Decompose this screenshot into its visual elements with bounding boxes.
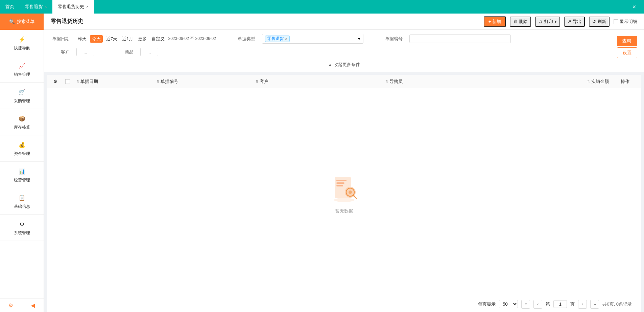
svg-rect-2 bbox=[336, 180, 347, 181]
inventory-icon: 📦 bbox=[17, 114, 27, 123]
per-page-label: 每页显示 bbox=[478, 301, 496, 307]
date-option-yesterday[interactable]: 昨天 bbox=[76, 35, 88, 43]
sort-icon: ⇅ bbox=[385, 80, 388, 83]
print-icon: 🖨 bbox=[539, 19, 543, 24]
last-page-icon: » bbox=[594, 302, 596, 307]
sort-icon: ⇅ bbox=[587, 80, 590, 83]
settings-column-header[interactable]: ⚙ bbox=[49, 79, 62, 84]
sidebar-item-operations[interactable]: 📊 经营管理 bbox=[0, 162, 44, 188]
settings-button[interactable]: 设置 bbox=[617, 47, 637, 58]
empty-state-icon bbox=[327, 170, 361, 204]
type-filter-select[interactable]: 零售退货 × ▾ bbox=[262, 34, 363, 44]
export-button[interactable]: ↗ 导出 bbox=[564, 17, 585, 27]
customer-column-header[interactable]: ⇅ 客户 bbox=[253, 79, 383, 85]
sidebar-item-quick-nav[interactable]: ⚡ 快捷导航 bbox=[0, 30, 44, 56]
new-button[interactable]: + 新增 bbox=[484, 16, 506, 27]
svg-line-7 bbox=[354, 196, 356, 198]
content-area: 零售退货历史 + 新增 🗑 删除 🖨 打印 ▾ ↗ 导出 ↺ bbox=[44, 14, 644, 312]
no-column-header[interactable]: ⇅ 单据编号 bbox=[154, 79, 253, 85]
tab-retail-return-history-label: 零售退货历史 bbox=[58, 4, 84, 10]
select-all-checkbox[interactable] bbox=[65, 79, 70, 84]
sidebar-collapse-button[interactable]: ◀ bbox=[22, 298, 44, 312]
top-bar: 首页 零售退货 × 零售退货历史 × × bbox=[0, 0, 644, 14]
svg-point-8 bbox=[349, 191, 352, 194]
sidebar-item-inventory[interactable]: 📦 库存核算 bbox=[0, 109, 44, 135]
sidebar-gear-button[interactable]: ⚙ bbox=[0, 298, 22, 312]
pagination: 每页显示 50 10 20 100 « ‹ 第 页 › bbox=[49, 296, 639, 312]
sidebar-item-system[interactable]: ⚙ 系统管理 bbox=[0, 215, 44, 241]
date-option-custom[interactable]: 自定义 bbox=[150, 35, 166, 43]
prev-page-icon: ‹ bbox=[537, 302, 539, 307]
tab-retail-return[interactable]: 零售退货 × bbox=[20, 0, 52, 14]
page-title: 零售退货历史 bbox=[51, 18, 83, 25]
window-close-button[interactable]: × bbox=[629, 2, 639, 12]
per-page-select[interactable]: 50 10 20 100 bbox=[499, 300, 518, 308]
show-detail-toggle[interactable]: 显示明细 bbox=[614, 19, 637, 25]
finance-icon: 💰 bbox=[17, 140, 27, 150]
prev-page-button[interactable]: ‹ bbox=[533, 300, 542, 309]
amount-column-header[interactable]: ⇅ 实销金额 bbox=[544, 79, 612, 85]
purchase-icon: 🛒 bbox=[17, 87, 27, 97]
gear-icon: ⚙ bbox=[8, 302, 13, 309]
sidebar-item-finance-label: 资金管理 bbox=[14, 151, 30, 157]
sidebar-bottom: ⚙ ◀ bbox=[0, 298, 44, 312]
date-option-more[interactable]: 更多 bbox=[137, 35, 148, 43]
last-page-button[interactable]: » bbox=[590, 300, 599, 309]
sidebar-item-finance[interactable]: 💰 资金管理 bbox=[0, 135, 44, 162]
date-column-header[interactable]: ⇅ 单据日期 bbox=[74, 79, 154, 85]
type-tag-close[interactable]: × bbox=[285, 37, 287, 41]
date-range-display: 2023-06-02 至 2023-06-02 bbox=[168, 36, 216, 42]
base-info-icon: 📋 bbox=[17, 193, 27, 202]
settings-icon: ⚙ bbox=[53, 79, 57, 84]
filter-row-date: 单据日期 昨天 今天 近7天 近1月 更多 自定义 2023-06-02 至 2… bbox=[51, 34, 637, 44]
goods-filter-input[interactable]: ... bbox=[140, 48, 158, 56]
first-page-button[interactable]: « bbox=[521, 300, 530, 309]
refresh-button[interactable]: ↺ 刷新 bbox=[589, 17, 610, 27]
tab-retail-return-close[interactable]: × bbox=[45, 4, 47, 9]
svg-rect-4 bbox=[336, 185, 343, 186]
empty-state: 暂无数据 bbox=[47, 88, 641, 296]
date-options-group: 昨天 今天 近7天 近1月 更多 自定义 2023-06-02 至 2023-0… bbox=[76, 35, 216, 43]
print-button[interactable]: 🖨 打印 ▾ bbox=[535, 17, 560, 27]
empty-state-text: 暂无数据 bbox=[335, 208, 353, 214]
tab-home[interactable]: 首页 bbox=[0, 0, 20, 14]
search-icon: 🔍 bbox=[9, 19, 15, 24]
sidebar-search-label: 搜索菜单 bbox=[17, 19, 34, 25]
sidebar-search-button[interactable]: 🔍 搜索菜单 bbox=[0, 14, 44, 30]
main-layout: 🔍 搜索菜单 ⚡ 快捷导航 📈 销售管理 🛒 采购管理 📦 库存核算 💰 资金管… bbox=[0, 14, 644, 312]
guide-column-header[interactable]: ⇅ 导购员 bbox=[383, 79, 481, 85]
date-option-7days[interactable]: 近7天 bbox=[105, 35, 119, 43]
float-action-buttons: 查询 设置 bbox=[617, 36, 637, 58]
sales-icon: 📈 bbox=[17, 61, 27, 70]
page-number-input[interactable] bbox=[553, 300, 567, 308]
no-filter-label: 单据编号 bbox=[384, 36, 403, 42]
show-detail-checkbox[interactable] bbox=[614, 19, 618, 24]
sidebar-item-purchase[interactable]: 🛒 采购管理 bbox=[0, 83, 44, 109]
query-button[interactable]: 查询 bbox=[617, 36, 637, 46]
collapse-button[interactable]: ▲ 收起更多条件 bbox=[328, 62, 360, 68]
sidebar-item-sales[interactable]: 📈 销售管理 bbox=[0, 56, 44, 83]
pagination-info: 共0页, 0条记录 bbox=[602, 301, 632, 307]
tab-retail-return-label: 零售退货 bbox=[25, 4, 43, 10]
sidebar-item-base-info-label: 基础信息 bbox=[14, 204, 30, 209]
no-filter-input[interactable] bbox=[409, 35, 511, 43]
sidebar-item-quick-nav-label: 快捷导航 bbox=[14, 45, 30, 51]
system-icon: ⚙ bbox=[17, 219, 27, 229]
sort-icon: ⇅ bbox=[157, 80, 159, 83]
checkbox-column-header[interactable] bbox=[62, 79, 74, 84]
sidebar-item-operations-label: 经营管理 bbox=[14, 177, 30, 183]
date-filter-label: 单据日期 bbox=[51, 36, 70, 42]
table-container: ⚙ ⇅ 单据日期 ⇅ 单据编号 ⇅ 客户 ⇅ bbox=[47, 75, 641, 312]
show-detail-label: 显示明细 bbox=[620, 19, 637, 25]
tab-retail-return-history-close[interactable]: × bbox=[86, 4, 89, 9]
date-option-today[interactable]: 今天 bbox=[90, 35, 103, 43]
date-option-1month[interactable]: 近1月 bbox=[121, 35, 135, 43]
sidebar-item-base-info[interactable]: 📋 基础信息 bbox=[0, 188, 44, 215]
tab-retail-return-history[interactable]: 零售退货历史 × bbox=[52, 0, 94, 14]
export-icon: ↗ bbox=[568, 19, 571, 24]
refresh-icon: ↺ bbox=[592, 19, 596, 24]
delete-button[interactable]: 🗑 删除 bbox=[510, 17, 531, 27]
customer-filter-input[interactable]: ... bbox=[76, 48, 94, 56]
first-page-icon: « bbox=[525, 302, 527, 307]
next-page-button[interactable]: › bbox=[578, 300, 587, 309]
